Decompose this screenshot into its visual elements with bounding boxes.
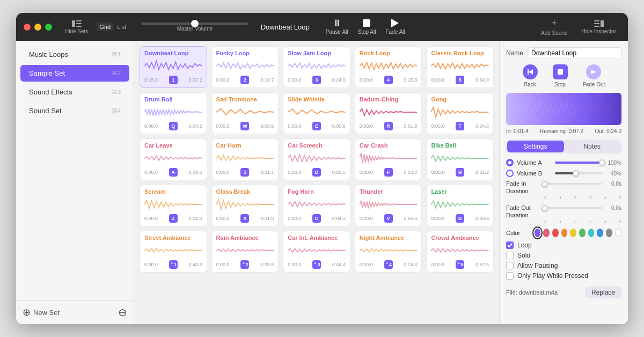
back-button[interactable]: Back [523,64,538,87]
key-badge: B [456,214,464,223]
add-sound-button[interactable]: + Add Sound [537,17,572,37]
svg-rect-5 [594,20,599,21]
sound-card-crowd-ambiance[interactable]: Crowd Ambiance 0:00.5 ⌃5 0:57.5 [426,231,494,273]
sound-card-downbeat-loop[interactable]: Downbeat Loop 0:15.3 1 0:07.2 [140,46,207,88]
sound-card-car-int-ambiance[interactable]: Car Int. Ambiance 0:00.0 ⌃3 0:44.4 [283,231,350,273]
sound-card-rock-loop[interactable]: Rock Loop 0:00.0 4 0:15.3 [355,46,422,88]
only-play-checkbox[interactable] [506,272,514,280]
volume-b-radio[interactable] [506,170,514,177]
master-volume-slider[interactable] [141,23,248,25]
remove-set-button[interactable]: ⊖ [118,306,127,319]
key-badge: Q [169,122,178,130]
fade-out-button[interactable]: Fade Out [583,64,605,87]
hide-sets-button[interactable]: Hide Sets [62,19,91,35]
stop-button[interactable]: Stop [553,64,568,87]
grid-row: Scream 0:00.0 Z 0:01.0 Glass Break [140,185,494,226]
key-badge: R [384,122,393,130]
grid-view-button[interactable]: Grid [97,23,113,31]
grid-area: Downbeat Loop 0:15.3 1 0:07.2 Funky Loop [134,41,499,324]
fade-out-ticks: 012345 [506,219,621,224]
tab-notes[interactable]: Notes [564,141,621,152]
main-window: Hide Sets Grid List Master Volume Downbe… [16,13,628,324]
sound-card-car-horn[interactable]: Car Horn 0:00.0 S 0:01.7 [211,138,279,180]
sound-card-glass-break[interactable]: Glass Break 0:00.0 X 0:01.0 [211,185,279,226]
pause-all-button[interactable]: ⏸ Pause All [326,19,348,35]
loop-checkbox[interactable] [506,241,514,249]
sound-card-car-screech[interactable]: Car Screech 0:00.0 D 0:02.5 [283,138,350,180]
sound-card-car-leave[interactable]: Car Leave 0:00.0 A 0:09.6 [140,138,207,180]
color-label: Color [506,230,532,236]
close-button[interactable] [24,24,31,31]
color-orange[interactable] [561,229,568,237]
master-volume-thumb[interactable] [191,20,199,27]
key-badge: G [456,168,464,177]
sound-card-laser[interactable]: Laser 0:00.0 B 0:00.6 [426,185,494,226]
sound-card-funky-loop[interactable]: Funky Loop 0:00.0 2 0:10.7 [211,46,279,88]
timing-out: Out: 0:24.0 [595,128,621,134]
sound-card-thunder[interactable]: Thunder 0:00.0 V 0:06.8 [355,185,422,226]
maximize-button[interactable] [45,24,52,31]
sidebar-item-sound-effects[interactable]: Sound Effects ⌘3 [20,84,129,100]
fade-out-label: Fade Out [506,204,541,211]
sound-card-night-ambiance[interactable]: Night Ambiance 0:00.0 ⌃4 0:24.8 [355,231,422,273]
master-volume: Master Volume [134,23,255,32]
color-purple[interactable] [535,229,541,237]
sidebar-footer: ⊕ New Set ⊖ [16,300,134,324]
key-badge: ⌃4 [384,260,393,269]
hide-inspector-button[interactable]: Hide Inspector [577,19,620,35]
sound-card-bike-bell[interactable]: Bike Bell 0:00.0 G 0:01.2 [426,138,494,180]
volume-b-row: Volume B 40% [506,170,621,177]
key-badge: D [312,168,321,177]
new-set-button[interactable]: ⊕ New Set [23,306,60,318]
color-white[interactable] [615,229,621,237]
color-red[interactable] [552,229,559,237]
sound-card-drum-roll[interactable]: Drum Roll 0:00.0 Q 0:04.2 [140,92,207,134]
svg-rect-10 [558,69,563,75]
sound-card-classic-rock-loop[interactable]: Classic Rock Loop 0:00.0 5 0:34.9 [426,46,494,88]
fade-in-ticks: 012345 [506,195,621,200]
color-pink[interactable] [543,229,550,237]
fade-out-duration-label: Duration [506,212,541,218]
waveform-laser [431,197,489,212]
fade-out-slider[interactable] [544,207,602,209]
volume-b-label: Volume B [517,170,552,177]
sidebar-item-music-loops[interactable]: Music Loops ⌘1 [20,46,129,63]
color-blue[interactable] [597,229,603,237]
sound-card-rain-ambiance[interactable]: Rain Ambiance 0:00.0 ⌃2 0:09.8 [211,231,279,273]
sidebar-item-sound-set[interactable]: Sound Set ⌘4 [20,102,129,119]
sound-card-badum-ching[interactable]: Badum-Ching 0:00.0 R 0:01.9 [355,92,422,134]
sound-card-slide-whistle[interactable]: Slide Whistle 0:00.0 E 0:00.6 [283,92,350,134]
list-view-button[interactable]: List [114,23,129,31]
sound-card-street-ambiance[interactable]: Street Ambiance 0:00.0 ⌃1 0:44.3 [140,231,207,273]
sound-card-scream[interactable]: Scream 0:00.0 Z 0:01.0 [140,185,207,226]
allow-pausing-checkbox[interactable] [506,262,514,269]
color-teal[interactable] [588,229,595,237]
tab-settings[interactable]: Settings [507,141,564,152]
grid-row: Car Leave 0:00.0 A 0:09.6 Car Horn [140,138,494,180]
solo-checkbox[interactable] [506,252,514,259]
sound-card-car-crash[interactable]: Car Crash 0:00.0 F 0:03.0 [355,138,422,180]
color-green[interactable] [579,229,586,237]
minimize-button[interactable] [34,24,41,31]
color-gray[interactable] [606,229,612,237]
volume-a-label: Volume A [517,159,552,166]
name-input[interactable] [528,47,621,59]
stop-all-button[interactable]: Stop All [358,19,376,35]
volume-a-radio[interactable] [506,159,514,166]
fade-all-button[interactable]: Fade All [385,19,405,35]
replace-button[interactable]: Replace [585,287,621,298]
waveform-slow-jam [288,58,346,74]
waveform-downbeat [144,58,202,74]
fade-in-slider[interactable] [544,183,602,185]
key-badge: ⌃3 [312,260,321,269]
color-yellow[interactable] [570,229,576,237]
back-icon [523,64,538,79]
waveform-badum-ching [360,105,418,120]
sound-card-sad-trombone[interactable]: Sad Trombone 0:00.0 W 0:03.6 [211,92,279,134]
sound-card-gong[interactable]: Gong 0:00.0 T 0:04.8 [426,92,494,134]
sidebar-item-sample-set[interactable]: Sample Set ⌘2 [20,65,129,82]
volume-b-slider[interactable] [555,172,602,174]
volume-a-slider[interactable] [555,162,602,164]
sound-card-fog-horn[interactable]: Fog Horn 0:00.0 C 0:04.2 [283,185,350,226]
sound-card-slow-jam-loop[interactable]: Slow Jam Loop 0:00.0 3 0:24.0 [283,46,350,88]
